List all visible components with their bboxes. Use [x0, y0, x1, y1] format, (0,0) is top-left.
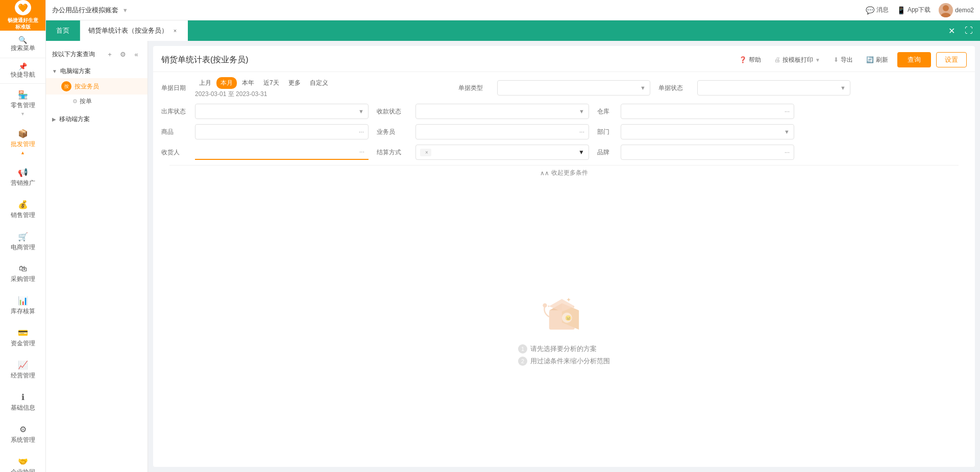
left-panel-header: 按以下方案查询 + ⚙ « [46, 46, 148, 62]
sidebar-item-operations[interactable]: 📈 经营管理 [0, 354, 45, 386]
brand-label: 品牌 [597, 148, 612, 157]
tab-close-icon[interactable]: × [171, 27, 179, 35]
brand-input[interactable]: ··· [621, 145, 794, 160]
date-tab-last-month[interactable]: 上月 [195, 77, 215, 89]
refresh-btn[interactable]: 🔄 刷新 [862, 54, 892, 66]
export-btn[interactable]: ⬇ 导出 [829, 54, 857, 66]
sidebar-item-purchase[interactable]: 🛍 采购管理 [0, 258, 45, 290]
settlement-label: 结算方式 [377, 148, 407, 157]
help-btn[interactable]: ❓ 帮助 [735, 54, 765, 66]
out-status-select[interactable]: ▼ [195, 104, 369, 119]
receiver-input[interactable]: ··· [195, 145, 369, 160]
settlement-input[interactable]: × ▼ [415, 145, 589, 160]
topbar: 办公用品行业模拟账套 ▼ 💬 消息 📱 App下载 demo2 [46, 0, 980, 20]
product-input[interactable]: ··· [195, 124, 369, 139]
order-type-select[interactable]: ▼ [497, 80, 650, 96]
logo-text: 畅捷通好生意 [8, 17, 38, 23]
salesperson-label: 业务员 [377, 128, 407, 136]
topbar-right: 💬 消息 📱 App下载 demo2 [866, 3, 974, 17]
svg-point-1 [941, 13, 951, 17]
warehouse-label: 仓库 [597, 107, 612, 116]
order-type-label: 单据类型 [458, 84, 489, 92]
date-filter-control: 上月 本月 本年 近7天 更多 自定义 2023-03-01 至 2023-03… [195, 77, 450, 99]
out-status-label: 出库状态 [161, 107, 187, 116]
sidebar: 🧡 畅捷通好生意 标准版 🔍 搜索菜单 📌 快捷导航 🏪 零售管理 ▼ 📦 批发… [0, 0, 46, 472]
salesperson-dots-icon: ··· [579, 128, 584, 135]
collect-status-select[interactable]: ▼ [415, 104, 589, 119]
sidebar-item-marketing[interactable]: 📢 营销推广 [0, 161, 45, 194]
date-label: 单据日期 [161, 84, 187, 92]
right-panel: 销货单统计表(按业务员) ❓ 帮助 🖨 按模板打印 ▼ ⬇ 导出 [153, 46, 975, 467]
date-range-display: 2023-03-01 至 2023-03-31 [195, 90, 267, 99]
filter-row-1: 单据日期 上月 本月 本年 近7天 更多 自定义 2023-03-01 至 20… [161, 77, 967, 99]
settings-scheme-btn[interactable]: ⚙ [118, 49, 128, 59]
sidebar-item-search[interactable]: 🔍 搜索菜单 [0, 31, 45, 58]
receiver-dots-icon: ··· [359, 148, 364, 155]
app-download-btn[interactable]: 📱 App下载 [897, 6, 930, 14]
date-tab-this-month[interactable]: 本月 [216, 77, 237, 89]
sidebar-item-basic-info[interactable]: ℹ 基础信息 [0, 386, 45, 418]
empty-illustration: ✦ ✦ ✦ 😐 [538, 287, 590, 338]
date-tab-custom[interactable]: 自定义 [306, 77, 332, 89]
product-label: 商品 [161, 128, 187, 136]
product-dots-icon: ··· [359, 128, 364, 135]
order-status-arrow-icon: ▼ [840, 85, 846, 91]
scheme-by-order[interactable]: ⚙ 按单 [46, 95, 148, 108]
sidebar-item-ecommerce[interactable]: 🛒 电商管理 [0, 226, 45, 258]
page-title: 销货单统计表(按业务员) [161, 55, 735, 65]
svg-point-0 [943, 5, 949, 11]
pc-section-header[interactable]: ▼ 电脑端方案 [46, 64, 148, 78]
tab-close-window-btn[interactable]: ✕ [944, 23, 959, 38]
empty-state: ✦ ✦ ✦ 😐 1 [153, 185, 975, 467]
mobile-section-header[interactable]: ▶ 移动端方案 [46, 112, 148, 126]
avatar [939, 3, 953, 17]
settlement-tag-close[interactable]: × [425, 150, 428, 155]
hint-num-1: 1 [518, 344, 527, 353]
mobile-section: ▶ 移动端方案 [46, 110, 148, 128]
user-profile-btn[interactable]: demo2 [939, 3, 974, 17]
sidebar-item-enterprise[interactable]: 🤝 企业协同 [0, 451, 45, 472]
filter-area: 单据日期 上月 本月 本年 近7天 更多 自定义 2023-03-01 至 20… [153, 72, 975, 185]
sidebar-item-quicknav[interactable]: 📌 快捷导航 [0, 58, 45, 84]
collapse-btn[interactable]: ∧∧ 收起更多条件 [169, 165, 959, 180]
department-arrow-icon: ▼ [784, 129, 790, 135]
add-scheme-btn[interactable]: + [105, 49, 115, 59]
tab-home[interactable]: 首页 [46, 20, 80, 41]
page-header: 销货单统计表(按业务员) ❓ 帮助 🖨 按模板打印 ▼ ⬇ 导出 [153, 46, 975, 72]
scheme-icon: 按 [61, 81, 71, 91]
salesperson-input[interactable]: ··· [415, 124, 589, 139]
sidebar-item-wholesale[interactable]: 📦 批发管理 ▲ [0, 123, 45, 161]
date-tab-7days[interactable]: 近7天 [259, 77, 283, 89]
receiver-label: 收货人 [161, 148, 187, 157]
department-select[interactable]: ▼ [621, 124, 794, 139]
filter-row-2: 出库状态 ▼ 收款状态 ▼ 仓库 ··· [161, 104, 967, 119]
sidebar-item-system[interactable]: ⚙ 系统管理 [0, 418, 45, 451]
empty-hint-1: 1 请先选择要分析的方案 [518, 344, 610, 353]
date-tabs: 上月 本月 本年 近7天 更多 自定义 [195, 77, 332, 89]
sidebar-item-finance[interactable]: 💳 资金管理 [0, 322, 45, 354]
filter-row-3: 商品 ··· 业务员 ··· 部门 ▼ [161, 124, 967, 139]
order-status-select[interactable]: ▼ [697, 80, 850, 96]
sidebar-item-retail[interactable]: 🏪 零售管理 ▼ [0, 84, 45, 123]
scheme-salesperson[interactable]: 按 按业务员 [46, 78, 148, 95]
warehouse-dots-icon: ··· [785, 108, 790, 115]
tab-fullscreen-btn[interactable]: ⛶ [962, 23, 976, 38]
department-label: 部门 [597, 128, 612, 136]
message-btn[interactable]: 💬 消息 [866, 6, 889, 14]
collapse-panel-btn[interactable]: « [131, 49, 141, 59]
warehouse-input[interactable]: ··· [621, 104, 794, 119]
svg-text:✦: ✦ [572, 304, 575, 309]
query-btn[interactable]: 查询 [897, 52, 931, 67]
sidebar-item-inventory[interactable]: 📊 库存核算 [0, 290, 45, 322]
mobile-section-expand-icon: ▶ [52, 116, 56, 122]
logo-sub: 标准版 [15, 23, 31, 31]
tab-sales-stats[interactable]: 销货单统计表（按业务员） × [80, 20, 188, 41]
svg-text:✦: ✦ [566, 296, 571, 303]
sidebar-item-sales[interactable]: 💰 销售管理 [0, 194, 45, 226]
settings-btn[interactable]: 设置 [936, 52, 967, 67]
svg-text:😐: 😐 [565, 315, 572, 321]
print-btn[interactable]: 🖨 按模板打印 ▼ [770, 54, 824, 66]
date-tab-more[interactable]: 更多 [284, 77, 305, 89]
date-tab-this-year[interactable]: 本年 [238, 77, 258, 89]
svg-text:✦: ✦ [547, 304, 550, 308]
